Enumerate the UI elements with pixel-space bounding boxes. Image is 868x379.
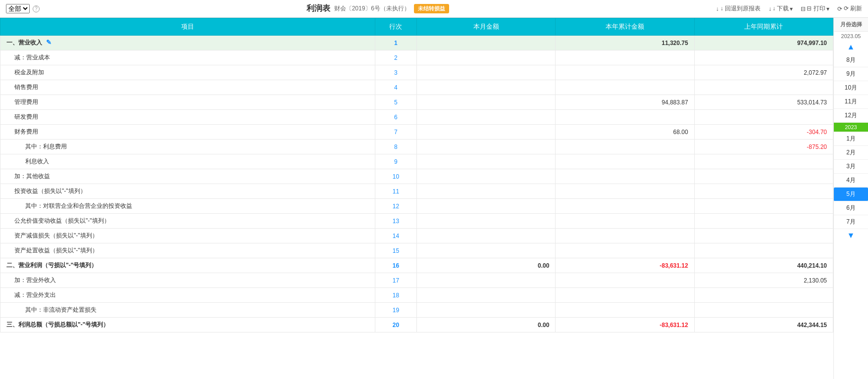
col-header-year: 本年累计金额 [556,18,694,36]
prev-amount: -875.20 [694,140,833,154]
table-row: 财务费用768.00-304.70 [0,125,833,140]
month-item[interactable]: 6月 [834,201,868,215]
year-amount: 11,320.75 [556,36,694,50]
year-amount [556,169,694,184]
item-cell: 研发费用 [0,110,375,125]
month-item[interactable]: 9月 [834,67,868,81]
row-number: 12 [375,199,416,214]
year-amount [556,154,694,169]
month-amount [416,140,555,154]
month-item[interactable]: 7月 [834,215,868,229]
month-amount [416,303,555,318]
month-sidebar-title: 月份选择 [834,18,868,32]
prev-amount [694,184,833,199]
row-number: 16 [375,258,416,273]
item-cell: 其中：利息费用 [0,140,375,154]
prev-amount [694,154,833,169]
prev-amount: 2,130.05 [694,273,833,288]
table-row: 资产减值损失（损失以"-"填列）14 [0,229,833,243]
prev-amount: 442,344.15 [694,318,833,332]
year-amount [556,140,694,154]
print-icon: ⊟ [801,5,806,12]
item-cell: 一、营业收入 ✎ [0,36,375,50]
month-down-button[interactable]: ▼ [834,229,868,242]
item-cell: 财务费用 [0,125,375,140]
row-number: 18 [375,288,416,303]
print-button[interactable]: ⊟ ⊟ 打印 ▾ [801,4,829,13]
col-header-month: 本月金额 [416,18,555,36]
month-item[interactable]: 12月 [834,109,868,123]
download-button[interactable]: ↓ ↓ 下载 ▾ [768,4,793,13]
item-cell: 三、利润总额（亏损总额以"-"号填列） [0,318,375,332]
month-item[interactable]: 10月 [834,81,868,95]
year-amount [556,80,694,95]
report-table: 项目 行次 本月金额 本年累计金额 上年同期累计 一、营业收入 ✎111,320… [0,18,833,332]
table-row: 资产处置收益（损失以"-"填列）15 [0,243,833,258]
prev-amount [694,199,833,214]
page-title-area: 利润表 财会〔2019〕6号（未执行） 未结转损益 [306,3,449,14]
item-cell: 公允价值变动收益（损失以"-"填列） [0,214,375,229]
row-number: 9 [375,154,416,169]
year-amount [556,199,694,214]
col-header-item: 项目 [0,18,375,36]
table-row: 加：营业外收入172,130.05 [0,273,833,288]
item-cell: 利息收入 [0,154,375,169]
prev-amount [694,80,833,95]
table-row: 管理费用594,883.87533,014.73 [0,95,833,110]
month-amount: 0.00 [416,318,555,332]
month-amount [416,273,555,288]
table-row: 二、营业利润（亏损以"-"号填列）160.00-83,631.12440,214… [0,258,833,273]
page-title: 利润表 [306,3,330,14]
toolbar: ↓ ↓ 回退到原报表 ↓ ↓ 下载 ▾ ⊟ ⊟ 打印 ▾ ⟳ ⟳ 刷新 [716,4,862,13]
month-amount [416,243,555,258]
month-sidebar: 月份选择 2023.05 ▲ 8月9月10月11月12月20231月2月3月4月… [833,18,868,379]
table-row: 投资收益（损失以"-"填列）11 [0,184,833,199]
prev-amount [694,214,833,229]
download-icon: ↓ [768,5,771,12]
breadcrumb: 全部 ? [6,4,40,13]
year-label: 2023 [834,123,868,132]
month-item[interactable]: 8月 [834,53,868,67]
month-amount [416,288,555,303]
table-row: 减：营业成本2 [0,50,833,65]
month-up-button[interactable]: ▲ [834,41,868,53]
item-cell: 资产减值损失（损失以"-"填列） [0,229,375,243]
prev-amount [694,243,833,258]
year-amount [556,110,694,125]
item-cell: 投资收益（损失以"-"填列） [0,184,375,199]
month-item[interactable]: 4月 [834,174,868,188]
year-amount [556,184,694,199]
row-number: 4 [375,80,416,95]
refresh-button[interactable]: ⟳ ⟳ 刷新 [837,4,862,13]
month-item[interactable]: 1月 [834,132,868,146]
edit-icon[interactable]: ✎ [44,39,51,46]
year-amount [556,229,694,243]
month-amount [416,110,555,125]
prev-amount: -304.70 [694,125,833,140]
table-row: 减：营业外支出18 [0,288,833,303]
prev-amount: 440,214.10 [694,258,833,273]
row-number: 3 [375,65,416,80]
row-number: 17 [375,273,416,288]
year-amount: 94,883.87 [556,95,694,110]
month-item[interactable]: 2月 [834,146,868,160]
table-row: 研发费用6 [0,110,833,125]
month-item[interactable]: 5月 [834,188,868,201]
breadcrumb-select[interactable]: 全部 [6,4,30,13]
month-item[interactable]: 11月 [834,95,868,109]
back-button[interactable]: ↓ ↓ 回退到原报表 [716,4,761,13]
row-number: 6 [375,110,416,125]
refresh-icon: ⟳ [837,5,842,12]
year-amount [556,50,694,65]
row-number: 11 [375,184,416,199]
month-list: 8月9月10月11月12月20231月2月3月4月5月6月7月 [834,53,868,229]
chevron-down-icon-print: ▾ [826,5,829,12]
month-amount [416,229,555,243]
table-row: 三、利润总额（亏损总额以"-"号填列）200.00-83,631.12442,3… [0,318,833,332]
prev-amount [694,288,833,303]
prev-amount [694,110,833,125]
status-badge: 未结转损益 [414,4,449,13]
row-number: 2 [375,50,416,65]
month-item[interactable]: 3月 [834,160,868,174]
table-container[interactable]: 项目 行次 本月金额 本年累计金额 上年同期累计 一、营业收入 ✎111,320… [0,18,833,379]
